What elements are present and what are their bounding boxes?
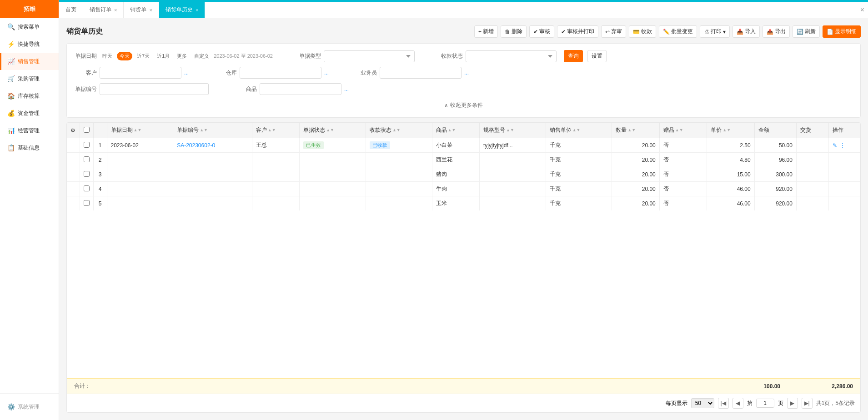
refresh-button[interactable]: 🔄 刷新 bbox=[793, 25, 820, 38]
show-detail-button[interactable]: 📄 显示明细 bbox=[823, 25, 861, 38]
filter-row-1: 单据日期 昨天 今天 近7天 近1月 更多 自定义 2023-06-02 至 2… bbox=[74, 50, 853, 62]
col-checkbox bbox=[80, 123, 93, 138]
sidebar-item-basic-info[interactable]: 📋 基础信息 bbox=[0, 139, 59, 156]
cell-customer bbox=[252, 196, 299, 211]
date-tag-yesterday[interactable]: 昨天 bbox=[100, 52, 115, 60]
last-page-btn[interactable]: ▶| bbox=[802, 398, 813, 409]
table-scroll[interactable]: ⚙ 单据日期 ▲▼ bbox=[67, 123, 860, 378]
payment-status-select[interactable] bbox=[466, 50, 557, 62]
audit-print-button[interactable]: ✔ 审核并打印 bbox=[557, 25, 598, 38]
sidebar-label-inventory: 库存核算 bbox=[18, 92, 40, 100]
print-button[interactable]: 🖨 打印 ▾ bbox=[700, 25, 730, 38]
sidebar-item-search-menu[interactable]: 🔍 搜索菜单 bbox=[0, 18, 59, 35]
query-button[interactable]: 查询 bbox=[564, 50, 583, 62]
import-icon: 📥 bbox=[737, 29, 743, 35]
customer-input[interactable] bbox=[100, 67, 181, 79]
date-tag-more[interactable]: 更多 bbox=[174, 52, 190, 60]
footer-values: 100.00 2,286.00 bbox=[101, 383, 853, 390]
staff-input[interactable] bbox=[380, 67, 462, 79]
sidebar-item-quick-nav[interactable]: ⚡ 快捷导航 bbox=[0, 35, 59, 53]
cell-amount: 50.00 bbox=[754, 138, 796, 153]
main-content: 首页 销售订单 × 销货单 × 销货单历史 × × 销货单历史 + 新增 bbox=[59, 0, 868, 420]
collect-button[interactable]: 💳 收款 bbox=[629, 25, 656, 38]
audit-button[interactable]: ✔ 审核 bbox=[529, 25, 554, 38]
settings-button[interactable]: 设置 bbox=[587, 50, 607, 62]
sidebar-item-system[interactable]: ⚙️ 系统管理 bbox=[0, 398, 59, 415]
cell-settings bbox=[67, 196, 80, 211]
doc-type-select[interactable] bbox=[324, 50, 415, 62]
cell-amount: 300.00 bbox=[754, 167, 796, 182]
sidebar-item-inventory[interactable]: 🏠 库存核算 bbox=[0, 87, 59, 105]
cell-gift: 否 bbox=[659, 138, 707, 153]
sort-unit: ▲▼ bbox=[572, 128, 581, 132]
refresh-icon: 🔄 bbox=[797, 29, 803, 35]
customer-ellipsis[interactable]: ... bbox=[184, 70, 189, 76]
sort-price: ▲▼ bbox=[722, 128, 731, 132]
cell-pay-status: 已收款 bbox=[366, 138, 432, 153]
page-size-label: 每页显示 bbox=[666, 400, 687, 407]
goods-ellipsis[interactable]: ... bbox=[344, 86, 349, 92]
tab-bar: 首页 销售订单 × 销货单 × 销货单历史 × × bbox=[59, 2, 868, 18]
sidebar-label-quick-nav: 快捷导航 bbox=[18, 40, 40, 48]
goods-input[interactable] bbox=[260, 83, 341, 95]
date-range-display: 2023-06-02 至 2023-06-02 bbox=[214, 53, 273, 60]
export-button[interactable]: 📤 导出 bbox=[763, 25, 790, 38]
page-size-select[interactable]: 50 20 100 bbox=[691, 398, 714, 408]
cell-pay-status bbox=[366, 182, 432, 196]
payment-status-label: 收款状态 bbox=[440, 52, 463, 60]
tab-sales-delivery-close[interactable]: × bbox=[149, 7, 152, 13]
staff-ellipsis[interactable]: ... bbox=[464, 70, 469, 76]
more-action[interactable]: ⋮ bbox=[840, 142, 845, 149]
next-page-btn[interactable]: ▶ bbox=[787, 398, 798, 409]
first-page-btn[interactable]: |◀ bbox=[718, 398, 729, 409]
tab-sales-order-close[interactable]: × bbox=[114, 7, 117, 13]
col-settings-icon[interactable]: ⚙ bbox=[70, 127, 75, 134]
col-qty: 数量 ▲▼ bbox=[612, 123, 659, 138]
date-tag-custom[interactable]: 自定义 bbox=[191, 52, 212, 60]
col-goods: 商品 ▲▼ bbox=[432, 123, 479, 138]
tab-sales-history-close[interactable]: × bbox=[196, 7, 198, 13]
cell-goods: 小白菜 bbox=[432, 138, 479, 153]
footer-total-amount: 2,286.00 bbox=[798, 383, 853, 390]
filter-customer: 客户 ... bbox=[74, 67, 189, 79]
cell-doc-date: 2023-06-02 bbox=[107, 138, 173, 153]
tab-sales-delivery[interactable]: 销货单 × bbox=[124, 2, 159, 18]
batch-change-button[interactable]: ✏️ 批量变更 bbox=[659, 25, 697, 38]
warehouse-input[interactable] bbox=[240, 67, 321, 79]
tab-home[interactable]: 首页 bbox=[59, 2, 83, 18]
sidebar-item-operations[interactable]: 📊 经营管理 bbox=[0, 122, 59, 139]
sort-goods: ▲▼ bbox=[448, 128, 456, 132]
page-input[interactable] bbox=[756, 399, 774, 408]
cell-settings bbox=[67, 182, 80, 196]
add-button[interactable]: + 新增 bbox=[474, 25, 498, 38]
date-tag-today[interactable]: 今天 bbox=[117, 52, 132, 60]
cell-checkbox bbox=[80, 196, 93, 211]
sidebar-item-finance[interactable]: 💰 资金管理 bbox=[0, 105, 59, 122]
pagination: 每页显示 50 20 100 |◀ ◀ 第 页 ▶ ▶| 共1页，5条记录 bbox=[67, 394, 860, 412]
prev-page-btn[interactable]: ◀ bbox=[733, 398, 743, 409]
abandon-button[interactable]: ↩ 弃审 bbox=[601, 25, 626, 38]
delete-button[interactable]: 🗑 删除 bbox=[501, 25, 527, 38]
tab-sales-order[interactable]: 销售订单 × bbox=[83, 2, 124, 18]
doc-no-input[interactable] bbox=[100, 83, 209, 95]
tab-sales-history[interactable]: 销货单历史 × bbox=[159, 2, 205, 18]
tab-sales-delivery-label: 销货单 bbox=[130, 6, 146, 14]
cell-doc-no bbox=[173, 196, 252, 211]
import-button[interactable]: 📥 导入 bbox=[733, 25, 760, 38]
sidebar-item-purchase-mgmt[interactable]: 🛒 采购管理 bbox=[0, 70, 59, 87]
sort-spec: ▲▼ bbox=[506, 128, 514, 132]
tab-bar-close-all[interactable]: × bbox=[860, 6, 864, 14]
table-header-row: ⚙ 单据日期 ▲▼ bbox=[67, 123, 860, 138]
date-tag-7days[interactable]: 近7天 bbox=[134, 52, 152, 60]
cell-trade bbox=[796, 167, 828, 182]
sidebar-item-sales-mgmt[interactable]: 📈 销售管理 bbox=[0, 53, 59, 70]
collapse-button[interactable]: ∧ 收起更多条件 bbox=[444, 100, 483, 111]
date-tag-1month[interactable]: 近1月 bbox=[154, 52, 172, 60]
cell-num: 3 bbox=[93, 167, 107, 182]
page-header: 销货单历史 + 新增 🗑 删除 ✔ 审核 ✔ 审核并打印 bbox=[66, 25, 861, 38]
sort-qty: ▲▼ bbox=[627, 128, 636, 132]
select-all-checkbox[interactable] bbox=[84, 127, 90, 133]
edit-action[interactable]: ✎ bbox=[833, 142, 837, 149]
col-actions: 操作 bbox=[828, 123, 860, 138]
warehouse-ellipsis[interactable]: ... bbox=[324, 70, 329, 76]
